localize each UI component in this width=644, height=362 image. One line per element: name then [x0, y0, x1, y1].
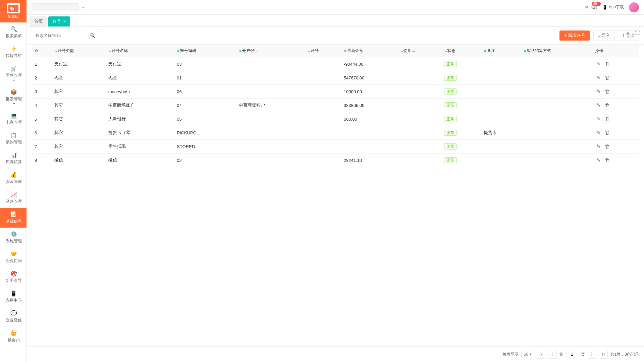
sidebar-item-quick-nav[interactable]: ⚡ 快捷导航: [0, 42, 26, 62]
row-account: [305, 126, 341, 140]
edit-button[interactable]: ✎: [595, 129, 602, 136]
edit-button[interactable]: ✎: [595, 102, 602, 109]
col-bank[interactable]: ⇅开户银行: [236, 45, 305, 57]
delete-button[interactable]: 🗑: [603, 74, 611, 81]
accounts-table: ⚙ ⇅账号类型 ⇅账号名称 ⇅账号编码 ⇅开户银行 ⇅账号 ⇅最新余额 ⇅使用.…: [32, 45, 639, 167]
sidebar-item-search-menu[interactable]: 🔍 搜索菜单: [0, 22, 26, 42]
col-code[interactable]: ⇅账号编码: [174, 45, 236, 57]
col-account[interactable]: ⇅账号: [305, 45, 341, 57]
page-suffix: 页: [581, 352, 585, 357]
table-row: 3 其它 moneybosx 06 10000.00 正常 ✎ 🗑: [32, 85, 639, 99]
header-dropdown-arrow[interactable]: ▾: [82, 5, 84, 10]
app-download-button[interactable]: 📱 App下载: [602, 4, 624, 10]
sidebar-item-vip-member[interactable]: 👑 畅会员: [0, 326, 26, 346]
system-icon: ⚙️: [10, 231, 17, 237]
col-usage[interactable]: ⇅使用...: [397, 45, 441, 57]
tab-home[interactable]: 首页: [30, 16, 47, 26]
row-type: 现金: [52, 71, 106, 85]
message-button[interactable]: ✉ 消息 99+: [585, 4, 597, 10]
delete-button[interactable]: 🗑: [603, 129, 611, 136]
operations-icon: 📈: [10, 191, 17, 198]
row-balance: 10000.00: [341, 85, 398, 99]
delete-button[interactable]: 🗑: [603, 115, 611, 122]
guide-icon: 🎯: [10, 270, 17, 277]
sidebar-item-company-wechat[interactable]: 💬 企业微信: [0, 307, 26, 326]
edit-button[interactable]: ✎: [595, 88, 602, 95]
row-settlement: [521, 99, 592, 112]
sidebar-item-app-center[interactable]: 📱 应用中心: [0, 287, 26, 307]
col-settlement[interactable]: ⇅默认结算方式: [521, 45, 592, 57]
row-actions: ✎ 🗑: [592, 99, 639, 112]
page-label: 第: [559, 352, 564, 357]
sidebar-item-wholesale-manage[interactable]: 📦 批发管理 ▾: [0, 85, 26, 109]
user-avatar[interactable]: [629, 2, 639, 12]
last-page-button[interactable]: ⟩⟩: [599, 350, 608, 359]
prev-page-button[interactable]: ⟨: [548, 350, 557, 359]
col-name[interactable]: ⇅账号名称: [106, 45, 174, 57]
tab-account[interactable]: 账号 ✕: [48, 16, 70, 26]
per-page-selector[interactable]: 50 ▾: [521, 351, 534, 358]
row-name: 支付宝: [106, 57, 174, 71]
search-input[interactable]: [36, 33, 90, 38]
row-code: 01: [174, 71, 236, 85]
sidebar-item-capital-manage[interactable]: 💰 资金管理: [0, 168, 26, 188]
sidebar-item-label: 企业微信: [6, 317, 22, 323]
edit-button[interactable]: ✎: [595, 143, 602, 150]
sidebar-item-basic-info[interactable]: 📝 基础信息: [0, 208, 26, 228]
search-box[interactable]: 🔍: [32, 31, 99, 40]
close-window-button[interactable]: ✕: [625, 29, 631, 36]
toolbar: 🔍 + 新增账号 ⤵ 导入 ⤴ 导出: [27, 27, 644, 45]
tab-bar: 首页 账号 ✕: [27, 15, 644, 27]
col-gear[interactable]: ⚙: [32, 45, 52, 57]
delete-button[interactable]: 🗑: [603, 60, 611, 67]
header-search-box[interactable]: [32, 3, 79, 11]
gear-icon: ⚙: [35, 49, 38, 53]
tab-close-icon[interactable]: ✕: [63, 19, 66, 24]
svg-text:畅: 畅: [10, 6, 14, 11]
sidebar-item-label: 企业协同: [6, 258, 22, 264]
edit-button[interactable]: ✎: [595, 115, 602, 123]
tab-account-label: 账号: [52, 18, 61, 24]
sidebar-item-retail-manage[interactable]: 🛒 零售管理 ▾: [0, 62, 26, 85]
col-status[interactable]: ⇅状态: [441, 45, 481, 57]
header-right: ✉ 消息 99+ 📱 App下载: [585, 2, 639, 12]
window-controls: ✕ ⛶: [625, 29, 641, 36]
row-actions: ✎ 🗑: [592, 140, 639, 154]
row-no: 3: [32, 85, 52, 99]
sidebar-item-ecommerce-manage[interactable]: 💻 电商管理: [0, 109, 26, 129]
col-balance[interactable]: ⇅最新余额: [341, 45, 398, 57]
next-page-button[interactable]: ⟩: [588, 350, 596, 359]
table-container: ⚙ ⇅账号类型 ⇅账号名称 ⇅账号编码 ⇅开户银行 ⇅账号 ⇅最新余额 ⇅使用.…: [27, 45, 644, 346]
delete-button[interactable]: 🗑: [603, 157, 611, 164]
sidebar-item-newbie-guide[interactable]: 🎯 新手引导: [0, 267, 26, 287]
col-type[interactable]: ⇅账号类型: [52, 45, 106, 57]
sidebar-item-label: 搜索菜单: [6, 33, 22, 39]
edit-button[interactable]: ✎: [595, 157, 602, 164]
col-notes[interactable]: ⇅备注: [481, 45, 521, 57]
row-bank: [236, 85, 305, 99]
row-bank: [236, 140, 305, 154]
table-body: 1 支付宝 支付宝 03 -90444.00 正常 ✎ 🗑 2 现金 现金 01…: [32, 57, 639, 167]
header-search-input[interactable]: [36, 5, 75, 10]
page-input[interactable]: [566, 351, 578, 358]
row-status: 正常: [441, 112, 481, 126]
sidebar-item-purchase-manage[interactable]: 📋 采购管理: [0, 129, 26, 148]
first-page-button[interactable]: ⟨⟨: [537, 350, 545, 359]
page-total: 共1页，8条记录: [610, 352, 639, 357]
edit-button[interactable]: ✎: [595, 74, 602, 81]
sidebar-item-operations-manage[interactable]: 📈 经营管理: [0, 188, 26, 208]
sidebar-item-company-agreement[interactable]: 🤝 企业协同: [0, 247, 26, 267]
sidebar-item-system-manage[interactable]: ⚙️ 系统管理: [0, 228, 26, 247]
import-button[interactable]: ⤵ 导入: [593, 30, 614, 41]
add-account-button[interactable]: + 新增账号: [559, 31, 590, 41]
sidebar-item-inventory-calc[interactable]: 📊 库存核算: [0, 148, 26, 168]
sort-icon: ⇅: [444, 49, 447, 53]
delete-button[interactable]: 🗑: [603, 143, 611, 150]
delete-button[interactable]: 🗑: [603, 88, 611, 95]
message-icon: ✉: [585, 5, 588, 10]
delete-button[interactable]: 🗑: [603, 102, 611, 109]
edit-button[interactable]: ✎: [595, 60, 602, 68]
expand-window-button[interactable]: ⛶: [634, 29, 641, 36]
row-name: 中百商场账户: [106, 99, 174, 112]
per-page-arrow: ▾: [530, 352, 532, 357]
